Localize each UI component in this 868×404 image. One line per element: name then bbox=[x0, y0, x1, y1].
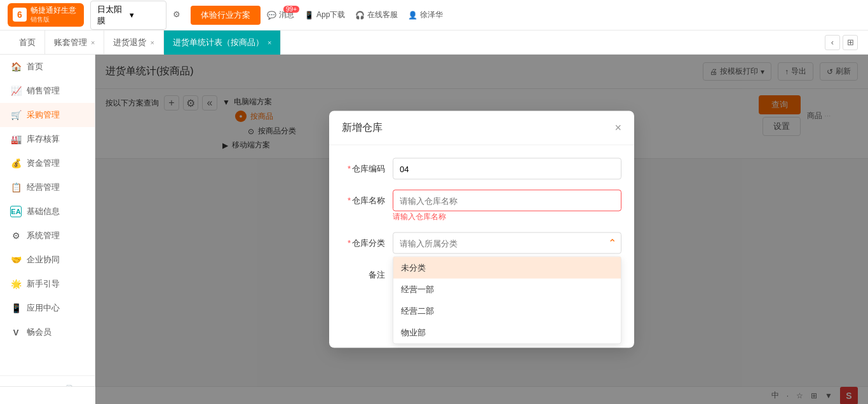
dropdown-item-uncategorized[interactable]: 未分类 bbox=[393, 257, 621, 279]
name-input[interactable] bbox=[393, 190, 621, 212]
sidebar-item-basic-info[interactable]: EA 基础信息 bbox=[0, 199, 95, 224]
sidebar-item-enterprise[interactable]: 🤝 企业协同 bbox=[0, 248, 95, 272]
tab-controls: ‹ ⊞ bbox=[825, 35, 858, 50]
code-input[interactable] bbox=[393, 158, 621, 180]
logo-text-block: 畅捷通好生意 销售版 bbox=[31, 6, 76, 24]
system-icon: ⚙ bbox=[10, 230, 22, 241]
sidebar-item-system-label: 系统管理 bbox=[27, 230, 60, 241]
avatar-icon: 👤 bbox=[408, 11, 417, 20]
name-label: 仓库名称 bbox=[342, 190, 393, 212]
purchase-icon: 🛒 bbox=[10, 109, 22, 121]
tab-next-btn[interactable]: ⊞ bbox=[843, 35, 858, 50]
online-service-item[interactable]: 🎧 在线客服 bbox=[355, 10, 398, 20]
inventory-icon: 🏭 bbox=[10, 133, 22, 145]
tab-purchase-return-label: 进货退货 bbox=[113, 37, 146, 48]
tab-prev-btn[interactable]: ‹ bbox=[825, 35, 840, 50]
headset-icon: 🎧 bbox=[355, 11, 365, 20]
tab-accounts[interactable]: 账套管理 × bbox=[45, 30, 104, 55]
message-icon: 💬 bbox=[267, 11, 276, 20]
dropdown-item-property[interactable]: 物业部 bbox=[393, 322, 621, 344]
enterprise-icon: 🤝 bbox=[10, 254, 22, 266]
name-error-wrapper: 请输入仓库名称 bbox=[342, 212, 621, 222]
sidebar-item-guide[interactable]: 🌟 新手引导 bbox=[0, 272, 95, 296]
sidebar-item-system[interactable]: ⚙ 系统管理 bbox=[0, 224, 95, 248]
operations-icon: 📋 bbox=[10, 182, 22, 193]
code-label: 仓库编码 bbox=[342, 158, 393, 175]
sidebar-item-operations[interactable]: 📋 经营管理 bbox=[0, 175, 95, 199]
sidebar-item-app[interactable]: 📱 应用中心 bbox=[0, 296, 95, 320]
member-icon: V bbox=[10, 327, 22, 338]
mobile-icon: 📱 bbox=[304, 11, 314, 20]
sidebar-item-guide-label: 新手引导 bbox=[27, 278, 60, 290]
messages-icon-item[interactable]: 💬 消息 99+ bbox=[267, 10, 294, 20]
sidebar-item-purchase-label: 采购管理 bbox=[27, 109, 60, 121]
name-error-msg: 请输入仓库名称 bbox=[393, 212, 446, 221]
sidebar-item-finance-label: 资金管理 bbox=[27, 158, 60, 169]
tab-home[interactable]: 首页 bbox=[10, 30, 45, 55]
logo-area: 6 畅捷通好生意 销售版 bbox=[8, 3, 84, 26]
logo-icon: 6 bbox=[13, 8, 27, 22]
tab-purchase-stats-label: 进货单统计表（按商品） bbox=[173, 37, 264, 48]
store-selector[interactable]: 日太阳膜 ▾ bbox=[90, 1, 166, 30]
trial-button[interactable]: 体验行业方案 bbox=[191, 6, 261, 25]
sidebar-item-home-label: 首页 bbox=[27, 61, 43, 72]
top-header: 6 畅捷通好生意 销售版 日太阳膜 ▾ ⚙ 体验行业方案 💬 消息 99+ 📱 … bbox=[0, 0, 868, 30]
sidebar-item-sales[interactable]: 📈 销售管理 bbox=[0, 79, 95, 103]
category-input[interactable] bbox=[393, 232, 621, 254]
main-layout: 🏠 首页 📈 销售管理 🛒 采购管理 🏭 库存核算 💰 资金管理 📋 经营管理 … bbox=[0, 55, 868, 404]
logo-text: 畅捷通好生意 bbox=[31, 6, 76, 15]
dropdown-item-ops2[interactable]: 经营二部 bbox=[393, 300, 621, 322]
finance-icon: 💰 bbox=[10, 158, 22, 169]
modal-close-btn[interactable]: × bbox=[614, 121, 621, 135]
sidebar-item-finance[interactable]: 💰 资金管理 bbox=[0, 151, 95, 175]
notes-label: 备注 bbox=[342, 264, 393, 281]
tab-home-label: 首页 bbox=[19, 37, 36, 48]
tab-bar: 首页 账套管理 × 进货退货 × 进货单统计表（按商品） × ‹ ⊞ bbox=[0, 30, 868, 55]
sidebar-item-basic-info-label: 基础信息 bbox=[27, 206, 60, 217]
messages-badge: 99+ bbox=[283, 6, 299, 13]
modal-body: 仓库编码 仓库名称 请输入仓库名称 bbox=[329, 145, 634, 302]
content-area: 进货单统计(按商品) 🖨 按模板打印 ▾ ↑ 导出 ↺ 刷新 按以下方案查询 bbox=[95, 55, 868, 404]
sidebar-item-enterprise-label: 企业协同 bbox=[27, 254, 60, 266]
tab-purchase-return-close[interactable]: × bbox=[150, 39, 154, 46]
sidebar-item-app-label: 应用中心 bbox=[27, 302, 60, 314]
sidebar-item-operations-label: 经营管理 bbox=[27, 182, 60, 193]
name-field-row: 仓库名称 bbox=[342, 190, 621, 212]
select-arrow-icon[interactable]: ⌃ bbox=[608, 237, 616, 249]
modal-header: 新增仓库 × bbox=[329, 111, 634, 145]
tab-accounts-label: 账套管理 bbox=[54, 37, 87, 48]
sidebar-item-purchase[interactable]: 🛒 采购管理 bbox=[0, 103, 95, 127]
form-row-name: 仓库名称 请输入仓库名称 bbox=[342, 190, 621, 222]
dropdown-item-ops1[interactable]: 经营一部 bbox=[393, 279, 621, 300]
user-item[interactable]: 👤 徐泽华 bbox=[408, 10, 443, 20]
chevron-down-icon: ▾ bbox=[130, 10, 159, 20]
store-name: 日太阳膜 bbox=[97, 4, 127, 27]
sidebar-item-inventory[interactable]: 🏭 库存核算 bbox=[0, 127, 95, 151]
category-label: 仓库分类 bbox=[342, 232, 393, 249]
guide-icon: 🌟 bbox=[10, 278, 22, 290]
form-row-category: 仓库分类 ⌃ 未分类 经营一部 经营二部 物业部 bbox=[342, 232, 621, 254]
app-icon: 📱 bbox=[10, 302, 22, 314]
sales-icon: 📈 bbox=[10, 85, 22, 97]
modal-title: 新增仓库 bbox=[342, 121, 383, 135]
settings-icon[interactable]: ⚙ bbox=[173, 10, 184, 21]
app-download-label: App下载 bbox=[316, 10, 345, 20]
sidebar-item-home[interactable]: 🏠 首页 bbox=[0, 55, 95, 79]
category-dropdown: 未分类 经营一部 经营二部 物业部 bbox=[393, 257, 621, 344]
logo-sub: 销售版 bbox=[31, 15, 76, 24]
tab-accounts-close[interactable]: × bbox=[91, 39, 95, 46]
category-select-wrapper: ⌃ 未分类 经营一部 经营二部 物业部 bbox=[393, 232, 621, 254]
app-download-item[interactable]: 📱 App下载 bbox=[304, 10, 345, 20]
home-icon: 🏠 bbox=[10, 61, 22, 72]
online-service-label: 在线客服 bbox=[367, 10, 398, 20]
modal-overlay: 新增仓库 × 仓库编码 仓库名称 bbox=[95, 55, 868, 404]
sidebar-item-sales-label: 销售管理 bbox=[27, 85, 60, 97]
tab-purchase-return[interactable]: 进货退货 × bbox=[104, 30, 163, 55]
sidebar-item-member[interactable]: V 畅会员 bbox=[0, 320, 95, 344]
sidebar: 🏠 首页 📈 销售管理 🛒 采购管理 🏭 库存核算 💰 资金管理 📋 经营管理 … bbox=[0, 55, 95, 404]
form-row-code: 仓库编码 bbox=[342, 158, 621, 180]
tab-purchase-stats-close[interactable]: × bbox=[268, 39, 271, 46]
header-icons: 💬 消息 99+ 📱 App下载 🎧 在线客服 👤 徐泽华 bbox=[267, 10, 443, 20]
modal-new-warehouse: 新增仓库 × 仓库编码 仓库名称 bbox=[329, 111, 634, 348]
tab-purchase-stats[interactable]: 进货单统计表（按商品） × bbox=[164, 30, 281, 55]
